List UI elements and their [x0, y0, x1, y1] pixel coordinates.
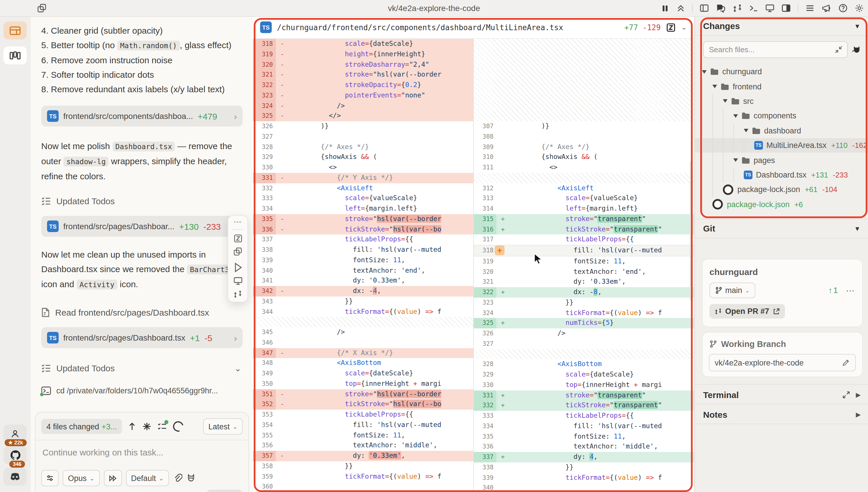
diff-marker: [276, 338, 288, 348]
diff-row: 345 />: [253, 327, 473, 338]
burst-icon[interactable]: [143, 422, 152, 431]
diff-row: 336 textAnchor: 'middle',: [474, 442, 694, 452]
repo-name: churnguard: [703, 259, 862, 277]
gear-icon[interactable]: [855, 3, 864, 13]
code-line: height={innerHeight}: [288, 49, 473, 60]
working-branch-input[interactable]: vk/4e2a-explore-the-code: [709, 354, 856, 371]
chevron-down-icon[interactable]: ⌄: [234, 361, 241, 375]
model-dropdown[interactable]: Opus ⌄: [63, 470, 99, 486]
todos-row[interactable]: Updated Todos ⌄: [41, 361, 245, 375]
search-files-input[interactable]: [703, 41, 848, 58]
files-changed-chip[interactable]: 4 files changed +3...: [41, 419, 122, 434]
layout-tab-active[interactable]: [3, 22, 27, 40]
notes-section-header[interactable]: Notes ▶: [695, 405, 868, 423]
edit-diff-icon[interactable]: [666, 22, 676, 32]
monitor-icon[interactable]: [765, 3, 775, 13]
diff-spacer-row: [474, 70, 694, 80]
panel-left-icon[interactable]: [700, 3, 709, 13]
line-number: 307: [474, 121, 496, 132]
file-diff-chip[interactable]: TS frontend/src/pages/Dashboard.tsx +1 -…: [41, 327, 243, 348]
diff-row: 331+ stroke="transparent": [474, 390, 694, 401]
changes-section-header[interactable]: Changes ▼: [695, 16, 868, 35]
divider: [232, 229, 243, 230]
scrollbar[interactable]: [690, 161, 693, 300]
tree-item-frontend[interactable]: frontend: [695, 79, 868, 94]
tree-item-package-lock-json[interactable]: package-lock.json+61-104: [695, 182, 868, 197]
caret-down-icon: [723, 99, 727, 103]
menu-icon[interactable]: [805, 3, 815, 13]
diff-marker: [496, 411, 509, 421]
code-line: {showAxis && (: [288, 152, 473, 163]
indent-guide: [712, 167, 723, 182]
attachment-icon[interactable]: [173, 473, 182, 483]
code-line: <AxisLeft: [288, 183, 473, 194]
monitor-icon[interactable]: [233, 277, 242, 286]
tree-item-package-lock-json[interactable]: package-lock.json+6: [695, 197, 868, 212]
git-compare-icon[interactable]: [733, 3, 742, 13]
diff-row: 357- dy: '0.33em',: [253, 451, 473, 461]
fast-forward-button[interactable]: [103, 470, 122, 486]
cat-icon[interactable]: [186, 473, 196, 483]
ts-file-icon: TS: [260, 22, 272, 33]
mode-dropdown[interactable]: Default ⌄: [126, 470, 169, 486]
terminal-icon[interactable]: [749, 3, 758, 13]
pencil-icon[interactable]: [842, 359, 850, 367]
line-number: 318: [253, 39, 276, 49]
send-button[interactable]: Send: [206, 490, 243, 492]
message-input[interactable]: Continue working on this task...: [36, 440, 249, 464]
git-section-header[interactable]: Git ▼: [695, 219, 868, 238]
todo-list-icon[interactable]: [158, 422, 167, 431]
branch-icon: [709, 340, 717, 348]
chat-bubbles-icon[interactable]: [716, 3, 726, 13]
megaphone-icon[interactable]: [822, 3, 831, 13]
collapse-all-icon[interactable]: [676, 4, 685, 13]
tree-item-components[interactable]: components: [695, 108, 868, 123]
play-icon[interactable]: [233, 262, 242, 273]
discord-button[interactable]: [3, 468, 27, 486]
tree-item-src[interactable]: src: [695, 94, 868, 109]
tree-item-dashboard[interactable]: dashboard: [695, 123, 868, 138]
git-compare-icon[interactable]: [233, 290, 242, 299]
commits-ahead[interactable]: ↑1: [828, 286, 838, 295]
copy-icon[interactable]: [233, 247, 242, 256]
panel-right-icon[interactable]: [781, 3, 791, 13]
edit-diff-icon[interactable]: [233, 234, 242, 243]
diff-marker: [276, 163, 288, 173]
cat-icon[interactable]: [852, 45, 862, 54]
line-number: 338: [474, 462, 496, 473]
help-icon[interactable]: [838, 3, 848, 13]
kanban-tab[interactable]: [3, 46, 27, 65]
settings-sliders-button[interactable]: [41, 470, 58, 486]
tree-item-churnguard[interactable]: churnguard: [695, 65, 868, 79]
more-options-icon[interactable]: ⋯: [846, 285, 855, 296]
line-number: 349: [253, 368, 276, 379]
tree-item-multilinearea-tsx[interactable]: TSMultiLineArea.tsx+110-162: [695, 138, 868, 153]
read-file-row[interactable]: Read frontend/src/pages/Dashboard.tsx: [41, 305, 245, 320]
diff-marker: [496, 142, 509, 152]
todos-row[interactable]: Updated Todos: [41, 194, 245, 208]
diff-row: 330 top={innerHeight + margi: [474, 380, 694, 391]
branch-dropdown[interactable]: main ⌄: [709, 282, 755, 298]
diff-marker: -: [276, 39, 288, 49]
diff-marker: [496, 132, 509, 142]
pause-icon[interactable]: [661, 4, 670, 13]
terminal-command-row[interactable]: cd /private/var/folders/10/h7w0q46556ggr…: [41, 384, 245, 398]
file-diff-chip[interactable]: TS frontend/src/components/dashboa... +4…: [41, 105, 243, 126]
tree-item-pages[interactable]: pages: [695, 153, 868, 168]
diff-row: 326 )}: [253, 121, 473, 132]
add-comment-button[interactable]: +: [495, 245, 505, 255]
tree-item-label: package-lock.json: [727, 200, 790, 208]
file-diff-chip[interactable]: TS frontend/src/pages/Dashboar... +130 -…: [41, 216, 243, 237]
npm-package-icon: [712, 199, 723, 210]
collapse-tree-icon[interactable]: [835, 46, 842, 53]
more-options-icon[interactable]: •••: [234, 219, 241, 225]
open-pr-button[interactable]: Open PR #7: [709, 304, 785, 319]
version-dropdown[interactable]: Latest ⌄: [203, 418, 243, 435]
chevron-down-icon[interactable]: ⌄: [681, 23, 687, 31]
assistant-paragraph: Now let me polish Dashboard.tsx — remove…: [41, 139, 245, 183]
diff-header: TS /churnguard/frontend/src/components/d…: [253, 16, 694, 39]
terminal-section-header[interactable]: Terminal ▶: [695, 385, 868, 404]
divider: [695, 404, 868, 404]
tree-item-dashboard-tsx[interactable]: TSDashboard.tsx+131-233: [695, 167, 868, 182]
upload-icon[interactable]: [128, 422, 137, 431]
